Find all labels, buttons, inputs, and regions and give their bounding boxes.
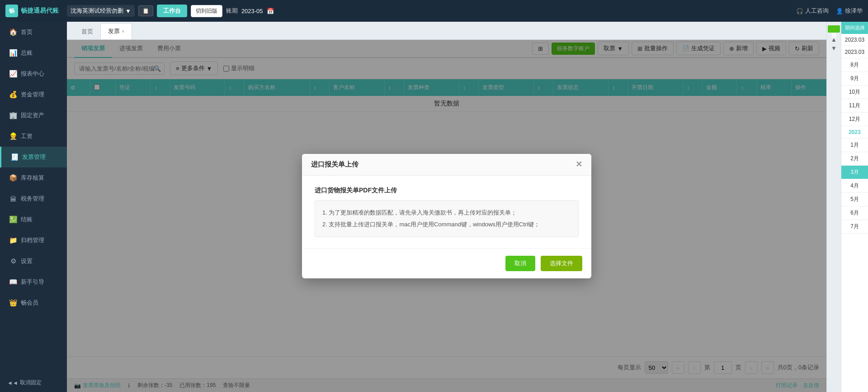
sidebar-item-archive[interactable]: 📁 归档管理 bbox=[0, 230, 67, 251]
sidebar-item-label: 库存核算 bbox=[21, 174, 44, 182]
sidebar-item-guide[interactable]: 📖 新手引导 bbox=[0, 272, 67, 292]
sidebar-item-label: 畅会员 bbox=[21, 299, 38, 307]
modal-overlay[interactable]: 进口报关单上传 ✕ 进口货物报关单PDF文件上传 1. 为了更加精准的数据匹配，… bbox=[67, 40, 826, 392]
tab-bar: 首页 发票 × bbox=[67, 22, 826, 40]
period-panel: 期间选择 2023.03 2023.03 8月 9月 10月 11月 12月 2… bbox=[841, 22, 868, 392]
tab-close-icon[interactable]: × bbox=[122, 29, 124, 34]
period-item-11[interactable]: 4月 bbox=[841, 179, 868, 193]
sidebar-item-label: 发票管理 bbox=[22, 153, 46, 161]
tax-icon: 🏛 bbox=[9, 195, 17, 203]
sidebar-item-label: 首页 bbox=[21, 28, 33, 36]
tab-home[interactable]: 首页 bbox=[74, 24, 100, 39]
period-item-1[interactable]: 2023.03 bbox=[841, 46, 868, 58]
content-area: 首页 发票 × 销项发票 进项发票 费用小票 bbox=[67, 22, 826, 392]
home-icon: 🏠 bbox=[9, 28, 17, 36]
tab-invoice[interactable]: 发票 × bbox=[100, 23, 132, 39]
modal-header: 进口报关单上传 ✕ bbox=[302, 154, 591, 176]
modal-info-box: 1. 为了更加精准的数据匹配，请先录入海关缴款书，再上传对应的报关单； 2. 支… bbox=[315, 200, 579, 237]
period-panel-header[interactable]: 期间选择 bbox=[841, 22, 868, 34]
top-bar: 畅 畅捷通易代账 沈海英测试经营勿删 ▼ 📋 工作台 切到旧版 账期 2023-… bbox=[0, 0, 868, 22]
sidebar-item-label: 设置 bbox=[21, 257, 33, 265]
sidebar-item-salary[interactable]: 👷 工资 bbox=[0, 126, 67, 147]
period-item-3[interactable]: 9月 bbox=[841, 72, 868, 86]
sidebar-item-assets[interactable]: 🏢 固定资产 bbox=[0, 105, 67, 126]
sidebar-item-label: 总账 bbox=[21, 49, 33, 57]
period-item-6[interactable]: 12月 bbox=[841, 113, 868, 126]
period-value: 2023-05 bbox=[241, 8, 263, 14]
app-logo: 畅 畅捷通易代账 bbox=[5, 5, 59, 17]
switch-old-button[interactable]: 切到旧版 bbox=[191, 5, 222, 17]
sidebar-item-ledger[interactable]: 📊 总账 bbox=[0, 43, 67, 63]
reports-icon: 📈 bbox=[9, 70, 17, 78]
modal-info-line1: 1. 为了更加精准的数据匹配，请先录入海关缴款书，再上传对应的报关单； bbox=[322, 207, 571, 219]
sidebar-item-label: 新手引导 bbox=[21, 278, 44, 286]
modal-select-file-button[interactable]: 选择文件 bbox=[541, 256, 582, 271]
sidebar-item-home[interactable]: 🏠 首页 bbox=[0, 22, 67, 43]
workspace-button[interactable]: 工作台 bbox=[157, 5, 187, 17]
user-avatar-icon: 👤 bbox=[836, 8, 843, 14]
modal-close-button[interactable]: ✕ bbox=[576, 160, 582, 168]
modal-title: 进口报关单上传 bbox=[311, 160, 359, 169]
period-label: 账期 bbox=[226, 7, 238, 15]
period-item-0[interactable]: 2023.03 bbox=[841, 34, 868, 46]
period-item-12[interactable]: 5月 bbox=[841, 193, 868, 206]
period-item-9[interactable]: 2月 bbox=[841, 152, 868, 166]
open-close-button[interactable]: 开启日期 bbox=[828, 25, 840, 33]
sidebar-item-label: 结账 bbox=[21, 215, 33, 224]
modal-footer: 取消 选择文件 bbox=[302, 248, 591, 278]
expand-icon[interactable]: ▲ bbox=[831, 36, 837, 43]
pin-label: 取消固定 bbox=[20, 379, 42, 387]
modal: 进口报关单上传 ✕ 进口货物报关单PDF文件上传 1. 为了更加精准的数据匹配，… bbox=[302, 154, 591, 278]
right-panels: 开启日期 ▲ ▼ 期间选择 2023.03 2023.03 8月 9月 10月 … bbox=[826, 22, 868, 392]
sidebar-item-label: 税务管理 bbox=[21, 195, 44, 203]
close-accounts-icon: 💹 bbox=[9, 215, 17, 224]
period-item-7[interactable]: 2023 bbox=[841, 126, 868, 139]
service-btn[interactable]: 🎧 人工咨询 bbox=[796, 7, 829, 15]
ledger-icon: 📊 bbox=[9, 49, 17, 57]
sidebar-item-tax[interactable]: 🏛 税务管理 bbox=[0, 188, 67, 209]
sidebar-item-label: 资金管理 bbox=[21, 91, 44, 99]
salary-icon: 👷 bbox=[9, 132, 17, 140]
right-panel: 开启日期 ▲ ▼ bbox=[826, 22, 841, 392]
sidebar-item-reports[interactable]: 📈 报表中心 bbox=[0, 63, 67, 84]
modal-section-title: 进口货物报关单PDF文件上传 bbox=[315, 186, 579, 195]
assets-icon: 🏢 bbox=[9, 111, 17, 120]
sidebar-item-label: 归档管理 bbox=[21, 236, 44, 244]
collapse-icon[interactable]: ▼ bbox=[831, 45, 837, 52]
pin-icon: ◄◄ bbox=[7, 380, 18, 386]
company-name: 沈海英测试经营勿删 bbox=[71, 7, 123, 15]
top-bar-right: 🎧 人工咨询 👤 徐泽华 bbox=[796, 7, 863, 15]
sidebar-item-member[interactable]: 👑 畅会员 bbox=[0, 292, 67, 313]
app-name: 畅捷通易代账 bbox=[21, 7, 59, 15]
company-selector[interactable]: 沈海英测试经营勿删 ▼ bbox=[67, 5, 135, 17]
archive-icon: 📁 bbox=[9, 236, 17, 244]
copy-btn[interactable]: 📋 bbox=[138, 5, 153, 16]
period-item-14[interactable]: 7月 bbox=[841, 220, 868, 234]
sidebar-item-finance[interactable]: 💰 资金管理 bbox=[0, 84, 67, 105]
member-icon: 👑 bbox=[9, 299, 17, 307]
inventory-icon: 📦 bbox=[9, 174, 17, 182]
sidebar-item-inventory[interactable]: 📦 库存核算 bbox=[0, 167, 67, 188]
calendar-icon[interactable]: 📅 bbox=[267, 8, 274, 14]
user-info[interactable]: 👤 徐泽华 bbox=[836, 7, 863, 15]
sidebar-bottom-pin[interactable]: ◄◄ 取消固定 bbox=[0, 373, 67, 392]
headphone-icon: 🎧 bbox=[796, 8, 803, 14]
period-item-10[interactable]: 3月 bbox=[841, 166, 868, 179]
sidebar-item-close-accounts[interactable]: 💹 结账 bbox=[0, 209, 67, 230]
period-item-13[interactable]: 6月 bbox=[841, 206, 868, 220]
invoice-icon: 🧾 bbox=[10, 153, 19, 161]
modal-body: 进口货物报关单PDF文件上传 1. 为了更加精准的数据匹配，请先录入海关缴款书，… bbox=[302, 176, 591, 248]
period-item-4[interactable]: 10月 bbox=[841, 86, 868, 99]
modal-cancel-button[interactable]: 取消 bbox=[505, 256, 535, 271]
period-item-8[interactable]: 1月 bbox=[841, 139, 868, 152]
period-item-2[interactable]: 8月 bbox=[841, 58, 868, 72]
period-item-5[interactable]: 11月 bbox=[841, 99, 868, 113]
guide-icon: 📖 bbox=[9, 278, 17, 286]
sidebar-item-invoice[interactable]: 🧾 发票管理 bbox=[0, 147, 67, 167]
sidebar: 🏠 首页 📊 总账 📈 报表中心 💰 资金管理 🏢 固定资产 👷 工资 🧾 发票… bbox=[0, 22, 67, 392]
settings-icon: ⚙ bbox=[9, 257, 17, 265]
sidebar-item-settings[interactable]: ⚙ 设置 bbox=[0, 251, 67, 272]
period-info: 账期 2023-05 📅 bbox=[226, 7, 274, 15]
main-layout: 🏠 首页 📊 总账 📈 报表中心 💰 资金管理 🏢 固定资产 👷 工资 🧾 发票… bbox=[0, 22, 868, 392]
finance-icon: 💰 bbox=[9, 91, 17, 99]
